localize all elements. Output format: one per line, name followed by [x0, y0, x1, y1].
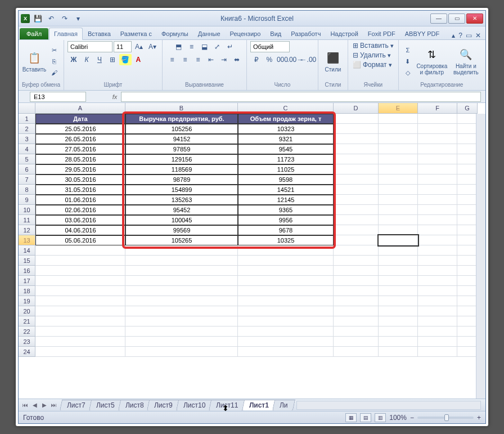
sheet-tab-Лист5[interactable]: Лист5 [89, 400, 122, 410]
row-header-1[interactable]: 1 [19, 114, 35, 124]
fx-icon[interactable]: fx [109, 93, 121, 100]
cell-G23[interactable] [457, 337, 478, 347]
cell-F22[interactable] [418, 326, 457, 337]
tab-nav-first[interactable]: ⏮ [21, 401, 30, 410]
select-all-corner[interactable] [19, 103, 35, 114]
row-header-21[interactable]: 21 [19, 316, 35, 326]
cell-B15[interactable] [125, 256, 238, 266]
cell-B21[interactable] [125, 316, 238, 326]
cell-A2[interactable]: 25.05.2016 [35, 124, 125, 134]
row-header-7[interactable]: 7 [19, 175, 35, 185]
row-header-3[interactable]: 3 [19, 134, 35, 144]
align-bottom-button[interactable]: ⬓ [198, 41, 210, 52]
cell-C1[interactable]: Объем продаж зерна, т [238, 114, 334, 124]
cell-F11[interactable] [418, 215, 457, 225]
ribbon-minimize-icon[interactable]: ▴ [452, 32, 455, 39]
tab-file[interactable]: Файл [20, 28, 48, 39]
cell-F15[interactable] [418, 256, 457, 266]
cell-G5[interactable] [457, 154, 478, 164]
tab-formulas[interactable]: Формулы [157, 28, 193, 39]
format-painter-button[interactable]: 🖌 [48, 68, 60, 78]
cell-A21[interactable] [35, 316, 125, 326]
cell-A3[interactable]: 26.05.2016 [35, 134, 125, 144]
cell-G2[interactable] [457, 124, 478, 134]
cell-B3[interactable]: 94152 [125, 134, 238, 144]
cell-D24[interactable] [334, 347, 379, 357]
row-header-19[interactable]: 19 [19, 296, 35, 306]
cell-C9[interactable]: 12145 [238, 195, 334, 205]
cell-A12[interactable]: 04.06.2016 [35, 225, 125, 235]
tab-abbyy[interactable]: ABBYY PDF [400, 28, 444, 39]
cell-A5[interactable]: 28.05.2016 [35, 154, 125, 164]
cell-G19[interactable] [457, 296, 478, 306]
delete-cells-button[interactable]: ⊟Удалить ▾ [352, 51, 392, 60]
cell-F2[interactable] [418, 124, 457, 134]
cell-B17[interactable] [125, 276, 238, 286]
row-header-20[interactable]: 20 [19, 306, 35, 316]
increase-indent-button[interactable]: ⇥ [218, 54, 230, 65]
cut-button[interactable]: ✂ [48, 45, 60, 55]
cell-D11[interactable] [334, 215, 379, 225]
tab-review[interactable]: Рецензиро [226, 28, 266, 39]
cell-F16[interactable] [418, 266, 457, 276]
font-color-button[interactable]: A [132, 54, 145, 65]
cell-A8[interactable]: 31.05.2016 [35, 185, 125, 195]
formula-input[interactable] [121, 92, 481, 102]
sheet-tab-Ли[interactable]: Ли [272, 400, 295, 410]
maximize-button[interactable]: ▭ [448, 14, 465, 24]
decrease-indent-button[interactable]: ⇤ [205, 54, 217, 65]
cell-F4[interactable] [418, 144, 457, 154]
cell-E19[interactable] [379, 296, 418, 306]
column-header-D[interactable]: D [334, 103, 379, 114]
cell-D7[interactable] [334, 175, 379, 185]
fill-color-button[interactable]: 🪣 [119, 54, 132, 65]
cell-D9[interactable] [334, 195, 379, 205]
cell-G17[interactable] [457, 276, 478, 286]
cell-F8[interactable] [418, 185, 457, 195]
cell-D12[interactable] [334, 225, 379, 235]
cell-styles-button[interactable]: ⬛ Стили [322, 50, 344, 74]
cell-D2[interactable] [334, 124, 379, 134]
cell-E12[interactable] [379, 225, 418, 235]
sort-filter-button[interactable]: ⇅ Сортировка и фильтр [415, 46, 449, 77]
paste-button[interactable]: 📋 Вставить [22, 50, 47, 74]
tab-foxit[interactable]: Foxit PDF [363, 28, 400, 39]
merge-button[interactable]: ⬌ [231, 54, 243, 65]
align-middle-button[interactable]: ≡ [185, 41, 197, 52]
cell-A22[interactable] [35, 326, 125, 337]
qat-save[interactable]: 💾 [32, 13, 43, 24]
column-header-F[interactable]: F [418, 103, 457, 114]
cell-F3[interactable] [418, 134, 457, 144]
row-header-24[interactable]: 24 [19, 347, 35, 357]
cell-G4[interactable] [457, 144, 478, 154]
minimize-button[interactable]: — [430, 14, 447, 24]
row-header-12[interactable]: 12 [19, 225, 35, 235]
cell-D1[interactable] [334, 114, 379, 124]
autosum-button[interactable]: Σ [402, 45, 413, 55]
cell-A15[interactable] [35, 256, 125, 266]
number-format-combo[interactable]: Общий [250, 41, 290, 52]
cell-D4[interactable] [334, 144, 379, 154]
cell-F23[interactable] [418, 337, 457, 347]
percent-button[interactable]: % [263, 54, 276, 65]
cell-G3[interactable] [457, 134, 478, 144]
tab-home[interactable]: Главная [49, 28, 83, 40]
cell-G1[interactable] [457, 114, 478, 124]
align-right-button[interactable]: ≡ [192, 54, 204, 65]
cell-F9[interactable] [418, 195, 457, 205]
decrease-decimal-button[interactable]: ←.00 [302, 54, 314, 65]
cell-B20[interactable] [125, 306, 238, 316]
cell-G14[interactable] [457, 245, 478, 256]
clear-button[interactable]: ◇ [402, 68, 413, 78]
cell-D13[interactable] [334, 235, 379, 245]
cell-B4[interactable]: 97859 [125, 144, 238, 154]
cell-C24[interactable] [238, 347, 334, 357]
cell-D20[interactable] [334, 306, 379, 316]
orientation-button[interactable]: ⤢ [211, 41, 223, 52]
cell-C21[interactable] [238, 316, 334, 326]
cell-C11[interactable]: 9956 [238, 215, 334, 225]
row-header-4[interactable]: 4 [19, 144, 35, 154]
view-layout-button[interactable]: ▤ [360, 413, 371, 422]
cell-D19[interactable] [334, 296, 379, 306]
cell-D17[interactable] [334, 276, 379, 286]
